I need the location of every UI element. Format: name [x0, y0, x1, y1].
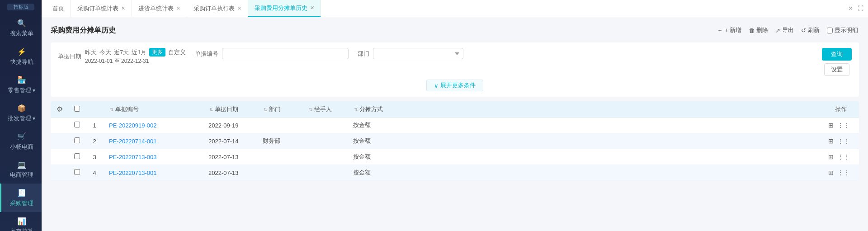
sidebar-item-retail[interactable]: 🏪 零售管理 ▾ [0, 71, 42, 99]
row-checkbox-2[interactable] [74, 153, 80, 159]
export-button[interactable]: ↗ 导出 [774, 24, 795, 36]
row-method-cell: 按金额 [348, 165, 823, 181]
col-check [69, 101, 85, 118]
filter-row: 单据日期 昨天 今天 近7天 近1月 更多 自定义 2022-01-01 至 2… [58, 48, 852, 76]
content-area: 采购费用分摊单历史 ＋ + 新增 🗑 删除 ↗ 导出 ↺ 刷新 [42, 17, 868, 231]
table-container: ⚙ ⇅ 单据编号 ⇅ 单据日期 [51, 101, 859, 181]
tab-close-incoming-stats[interactable]: ✕ [176, 5, 180, 11]
query-button[interactable]: 查询 [822, 48, 852, 61]
row-settings-cell [51, 133, 69, 149]
sort-icon-date: ⇅ [209, 107, 213, 112]
row-view-icon-3[interactable]: ⊞ [828, 169, 834, 176]
date-today[interactable]: 今天 [99, 48, 111, 57]
tab-home[interactable]: 首页 [46, 0, 71, 17]
date-links-row: 昨天 今天 近7天 近1月 更多 自定义 [85, 48, 186, 57]
col-handler: ⇅ 经手人 [302, 101, 348, 118]
date-7days[interactable]: 近7天 [114, 48, 129, 57]
export-icon: ↗ [775, 27, 780, 34]
tab-close-purchase-order-stats[interactable]: ✕ [121, 5, 125, 11]
search-icon: 🔍 [4, 19, 39, 28]
row-view-icon-2[interactable]: ⊞ [828, 153, 834, 160]
tab-close-purchase-order-exec[interactable]: ✕ [237, 5, 241, 11]
row-code-link-0[interactable]: PE-20220919-002 [109, 122, 157, 129]
row-more-icon-0[interactable]: ⋮⋮ [837, 122, 850, 129]
row-dept-cell: 财务部 [257, 133, 302, 149]
row-date-cell: 2022-07-13 [203, 165, 257, 181]
sidebar-item-quicknav[interactable]: ⚡ 快捷导航 [0, 42, 42, 71]
filter-expand-row: ∨ 展开更多条件 [58, 80, 852, 91]
row-settings-cell [51, 165, 69, 181]
table-row: 3 PE-20220713-003 2022-07-13 按金额 ⊞ ⋮⋮ [51, 149, 859, 165]
sort-icon-handler: ⇅ [309, 107, 312, 112]
tab-purchase-cost-history[interactable]: 采购费用分摊单历史 ✕ [248, 0, 321, 17]
filter-orderno-group: 单据编号 [195, 48, 349, 59]
refresh-button[interactable]: ↺ 刷新 [800, 24, 821, 36]
tab-close-purchase-cost-history[interactable]: ✕ [310, 5, 314, 11]
dept-select[interactable]: 财务部 [373, 48, 463, 59]
row-checkbox-1[interactable] [74, 137, 80, 143]
tab-bar-maximize-icon[interactable]: ⛶ [858, 5, 863, 12]
row-code-cell: PE-20220714-001 [104, 133, 203, 149]
add-button[interactable]: ＋ + 新增 [716, 24, 742, 36]
page-header: 采购费用分摊单历史 ＋ + 新增 🗑 删除 ↗ 导出 ↺ 刷新 [51, 24, 859, 36]
row-method-cell: 按金额 [348, 149, 823, 165]
row-more-icon-2[interactable]: ⋮⋮ [837, 153, 850, 160]
tab-incoming-stats[interactable]: 进货单统计表 ✕ [132, 0, 187, 17]
sidebar-item-wholesale[interactable]: 📦 批发管理 ▾ [0, 99, 42, 127]
sidebar-logo: 指标版 [7, 4, 34, 10]
table-row: 4 PE-20220713-001 2022-07-13 按金额 ⊞ ⋮⋮ [51, 165, 859, 181]
row-date-cell: 2022-09-19 [203, 118, 257, 133]
col-method: ⇅ 分摊方式 [348, 101, 823, 118]
row-code-cell: PE-20220919-002 [104, 118, 203, 133]
tab-purchase-order-stats[interactable]: 采购订单统计表 ✕ [71, 0, 132, 17]
row-handler-cell [302, 118, 348, 133]
row-more-icon-1[interactable]: ⋮⋮ [837, 137, 850, 145]
row-code-cell: PE-20220713-003 [104, 149, 203, 165]
tab-purchase-order-exec[interactable]: 采购订单执行表 ✕ [187, 0, 248, 17]
delete-button[interactable]: 🗑 删除 [748, 24, 769, 36]
date-range-display: 2022-01-01 至 2022-12-31 [85, 57, 186, 65]
orderno-input[interactable] [222, 48, 349, 59]
date-more[interactable]: 更多 [149, 48, 165, 57]
row-handler-cell [302, 133, 348, 149]
row-method-cell: 按金额 [348, 118, 823, 133]
row-method-cell: 按金额 [348, 133, 823, 149]
orderno-label: 单据编号 [195, 50, 218, 58]
col-action: 操作 [823, 101, 859, 118]
show-details-button[interactable]: 显示明细 [826, 24, 859, 36]
date-yesterday[interactable]: 昨天 [85, 48, 97, 57]
row-code-link-3[interactable]: PE-20220713-001 [109, 170, 157, 176]
sidebar-item-inventory[interactable]: 📊 库存核算 [0, 212, 42, 231]
row-check-cell [69, 133, 85, 149]
chevron-down-icon: ∨ [434, 82, 439, 89]
sidebar-item-purchase[interactable]: 🧾 采购管理 [0, 184, 42, 212]
expand-more-button[interactable]: ∨ 展开更多条件 [426, 80, 483, 91]
sidebar-item-search[interactable]: 🔍 搜索菜单 [0, 14, 42, 42]
data-table: ⚙ ⇅ 单据编号 ⇅ 单据日期 [51, 101, 859, 181]
sidebar-item-ecommerce[interactable]: 💻 电商管理 [0, 156, 42, 184]
refresh-icon: ↺ [801, 27, 806, 34]
row-checkbox-3[interactable] [74, 169, 80, 175]
row-view-icon-1[interactable]: ⊞ [828, 137, 834, 145]
show-details-checkbox[interactable] [827, 28, 833, 33]
column-settings-icon[interactable]: ⚙ [57, 105, 63, 113]
row-code-link-1[interactable]: PE-20220714-001 [109, 138, 157, 145]
sidebar-item-micro[interactable]: 🛒 小畅电商 [0, 127, 42, 156]
micro-icon: 🛒 [4, 132, 39, 141]
row-settings-cell [51, 118, 69, 133]
row-more-icon-3[interactable]: ⋮⋮ [837, 169, 850, 176]
row-checkbox-0[interactable] [74, 122, 80, 127]
row-date-cell: 2022-07-14 [203, 133, 257, 149]
row-code-link-2[interactable]: PE-20220713-003 [109, 154, 157, 160]
row-date-cell: 2022-07-13 [203, 149, 257, 165]
select-all-checkbox[interactable] [74, 106, 80, 112]
date-1month[interactable]: 近1月 [132, 48, 146, 57]
filter-dept-group: 部门 财务部 [358, 48, 463, 59]
toolbar: ＋ + 新增 🗑 删除 ↗ 导出 ↺ 刷新 显示明细 [716, 24, 859, 36]
row-dept-cell [257, 118, 302, 133]
row-handler-cell [302, 165, 348, 181]
setting-button[interactable]: 设置 [824, 63, 849, 76]
row-view-icon-0[interactable]: ⊞ [828, 122, 834, 129]
tab-bar-close-icon[interactable]: ✕ [848, 5, 853, 12]
date-custom[interactable]: 自定义 [168, 48, 186, 57]
